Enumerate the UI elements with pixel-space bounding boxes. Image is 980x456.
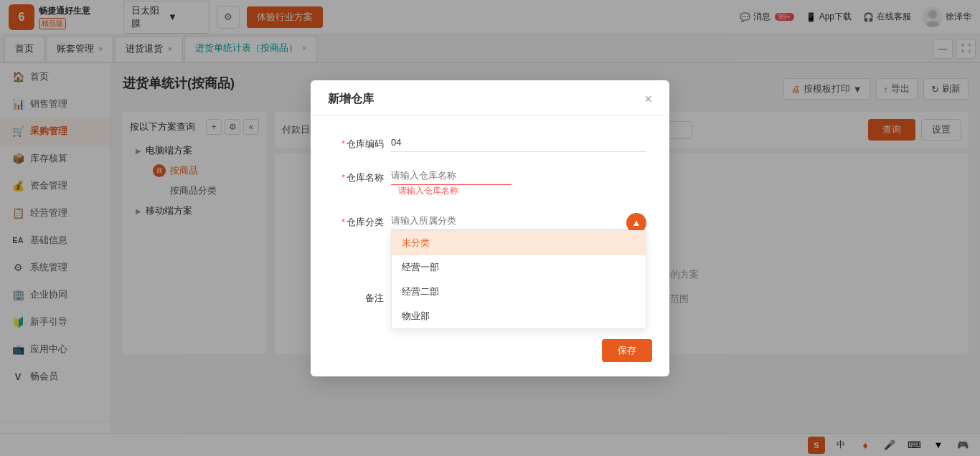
modal-close-button[interactable]: ×	[644, 92, 652, 107]
modal-body: *仓库编码 *仓库名称 请输入仓库名称	[311, 116, 669, 332]
modal-title: 新增仓库	[328, 92, 374, 107]
name-input[interactable]	[391, 166, 512, 185]
dropdown-item-2[interactable]: 经营二部	[392, 280, 646, 304]
dropdown-item-0[interactable]: 未分类	[392, 231, 646, 255]
name-field-wrap	[391, 166, 512, 185]
modal-header: 新增仓库 ×	[311, 80, 669, 116]
form-row-category: *仓库分类 ▲ 未分类 经营一部 经营二部 物业部	[334, 212, 646, 230]
category-dropdown-list: 未分类 经营一部 经营二部 物业部	[391, 230, 646, 329]
form-row-name: *仓库名称 请输入仓库名称	[334, 166, 646, 197]
save-button[interactable]: 保存	[602, 339, 652, 362]
modal-footer: 保存	[311, 332, 669, 376]
add-warehouse-modal: 新增仓库 × *仓库编码 *仓库名称	[311, 80, 669, 376]
code-input[interactable]	[391, 133, 646, 152]
name-error-msg: 请输入仓库名称	[398, 186, 458, 196]
note-label: 备注	[334, 288, 391, 305]
code-label: *仓库编码	[334, 133, 391, 151]
category-label: *仓库分类	[334, 212, 391, 229]
form-row-code: *仓库编码	[334, 133, 646, 152]
name-label: *仓库名称	[334, 167, 391, 184]
dropdown-item-3[interactable]: 物业部	[392, 304, 646, 328]
modal-overlay: 新增仓库 × *仓库编码 *仓库名称	[0, 0, 980, 456]
category-input[interactable]	[391, 212, 646, 230]
dropdown-item-1[interactable]: 经营一部	[392, 255, 646, 280]
chevron-up-icon: ▲	[632, 217, 641, 228]
category-select-wrap: ▲ 未分类 经营一部 经营二部 物业部	[391, 212, 646, 230]
